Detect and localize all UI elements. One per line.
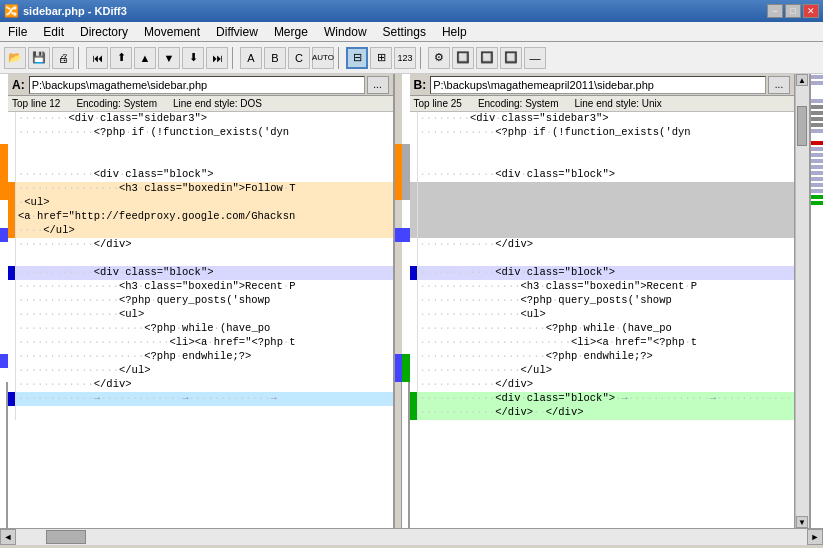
line-numbers-button[interactable]: 123 [394, 47, 416, 69]
title-bar-controls[interactable]: − □ ✕ [767, 4, 819, 18]
code-line: ····················<?php·endwhile;?> [410, 350, 795, 364]
print-button[interactable]: 🖨 [52, 47, 74, 69]
down-button[interactable]: ▼ [158, 47, 180, 69]
maximize-button[interactable]: □ [785, 4, 801, 18]
split-vertical-button[interactable]: ⊞ [370, 47, 392, 69]
code-line: ············<div·class="block"> [8, 168, 393, 182]
code-line [410, 154, 795, 168]
menu-file[interactable]: File [0, 24, 35, 40]
vertical-scrollbar[interactable]: ▲ ▼ [795, 74, 809, 528]
code-line: ························<li><a·href="<?p… [8, 336, 393, 350]
code-line: ············</div> [8, 238, 393, 252]
panel-b-info: Top line 25 Encoding: System Line end st… [410, 96, 795, 112]
separator-1 [78, 47, 82, 69]
code-line: ················<ul> [8, 308, 393, 322]
panel-b-path[interactable] [430, 76, 766, 94]
status-bar: File P:/backups/magatheme/sidebar.php: L… [0, 544, 823, 548]
separator-4 [420, 47, 424, 69]
scroll-track[interactable] [16, 529, 807, 545]
panel-a-topline: Top line 12 [12, 98, 60, 109]
case-a-button[interactable]: A [240, 47, 262, 69]
close-button[interactable]: ✕ [803, 4, 819, 18]
panel-b-lineend: Line end style: Unix [574, 98, 661, 109]
scroll-up-button[interactable]: ▲ [796, 74, 808, 86]
code-line: ························<li><a·href="<?p… [410, 336, 795, 350]
code-line: ············</div> [410, 378, 795, 392]
code-line: ············<div·class="block"> [410, 168, 795, 182]
scroll-right-button[interactable]: ► [807, 529, 823, 545]
menu-movement[interactable]: Movement [136, 24, 208, 40]
title-bar-left: 🔀 sidebar.php - KDiff3 [4, 4, 127, 18]
menu-edit[interactable]: Edit [35, 24, 72, 40]
code-line: ········<div·class="sidebar3"> [8, 112, 393, 126]
auto-button[interactable]: AUTO [312, 47, 334, 69]
code-line: ················<?php·query_posts('showp [410, 294, 795, 308]
code-line: ·<ul> [8, 196, 393, 210]
minimize-button[interactable]: − [767, 4, 783, 18]
panel-a-header: A: ... [8, 74, 393, 96]
code-line: ················<h3·class="boxedin">Rece… [8, 280, 393, 294]
settings-btn-4[interactable]: 🔲 [500, 47, 522, 69]
panel-b-encoding: Encoding: System [478, 98, 559, 109]
panel-b-header: B: ... [410, 74, 795, 96]
scroll-down-button[interactable]: ▼ [796, 516, 808, 528]
panel-a-path[interactable] [29, 76, 365, 94]
code-line: ············<div·class="block"> [8, 266, 393, 280]
settings-btn-5[interactable]: — [524, 47, 546, 69]
menu-bar: File Edit Directory Movement Diffview Me… [0, 22, 823, 42]
panel-a-browse[interactable]: ... [367, 76, 389, 94]
menu-help[interactable]: Help [434, 24, 475, 40]
next-diff-button[interactable]: ⬇ [182, 47, 204, 69]
separator-2 [232, 47, 236, 69]
last-diff-button[interactable]: ⏭ [206, 47, 228, 69]
separator-3 [338, 47, 342, 69]
code-line: ····················<?php·while·(have_po [8, 322, 393, 336]
panel-b-label: B: [414, 78, 427, 92]
menu-directory[interactable]: Directory [72, 24, 136, 40]
panel-a-code[interactable]: ········<div·class="sidebar3"> ·········… [8, 112, 393, 528]
code-line [8, 252, 393, 266]
code-line: ········<div·class="sidebar3"> [410, 112, 795, 126]
code-line [410, 252, 795, 266]
case-c-button[interactable]: C [288, 47, 310, 69]
menu-window[interactable]: Window [316, 24, 375, 40]
case-b-button[interactable]: B [264, 47, 286, 69]
prev-diff-button[interactable]: ⬆ [110, 47, 132, 69]
horizontal-scrollbar[interactable]: ◄ ► [0, 528, 823, 544]
code-line: ············</div> [8, 378, 393, 392]
code-line: ············<?php·if·(!function_exists('… [8, 126, 393, 140]
code-line [410, 182, 795, 196]
code-line: ················</ul> [8, 364, 393, 378]
save-button[interactable]: 💾 [28, 47, 50, 69]
code-line: ············<?php·if·(!function_exists('… [410, 126, 795, 140]
code-line: ············<div·class="block">·→·······… [410, 392, 795, 406]
code-line [8, 406, 393, 420]
mini-map [809, 74, 823, 528]
left-diff-gutter [0, 74, 8, 528]
code-line: ············</div> [410, 238, 795, 252]
split-horizontal-button[interactable]: ⊟ [346, 47, 368, 69]
settings-btn-2[interactable]: 🔲 [452, 47, 474, 69]
scroll-left-button[interactable]: ◄ [0, 529, 16, 545]
panel-b: B: ... Top line 25 Encoding: System Line… [410, 74, 796, 528]
code-line: ············</div>··</div> [410, 406, 795, 420]
menu-merge[interactable]: Merge [266, 24, 316, 40]
scroll-thumb-h[interactable] [46, 530, 86, 544]
open-button[interactable]: 📂 [4, 47, 26, 69]
up-button[interactable]: ▲ [134, 47, 156, 69]
menu-settings[interactable]: Settings [375, 24, 434, 40]
panel-a-label: A: [12, 78, 25, 92]
settings-btn-3[interactable]: 🔲 [476, 47, 498, 69]
panel-a: A: ... Top line 12 Encoding: System Line… [8, 74, 394, 528]
panel-b-code[interactable]: ········<div·class="sidebar3"> ·········… [410, 112, 795, 528]
code-line [410, 224, 795, 238]
panel-b-browse[interactable]: ... [768, 76, 790, 94]
title-bar: 🔀 sidebar.php - KDiff3 − □ ✕ [0, 0, 823, 22]
settings-btn-1[interactable]: ⚙ [428, 47, 450, 69]
code-line [410, 140, 795, 154]
menu-diffview[interactable]: Diffview [208, 24, 266, 40]
scroll-thumb[interactable] [797, 106, 807, 146]
first-diff-button[interactable]: ⏮ [86, 47, 108, 69]
code-line: ················</ul> [410, 364, 795, 378]
code-line: <a·href="http://feedproxy.google.com/Gha… [8, 210, 393, 224]
